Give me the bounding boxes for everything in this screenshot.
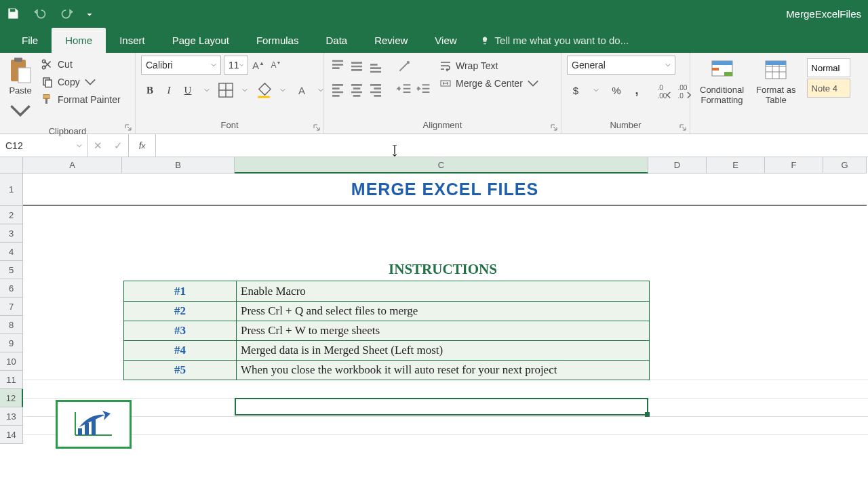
increase-indent-button[interactable]: [415, 81, 431, 98]
font-size-value: 11: [229, 60, 239, 70]
fill-color-dropdown[interactable]: [274, 81, 292, 99]
row-header-11[interactable]: 11: [0, 371, 23, 389]
select-all-corner[interactable]: [0, 157, 23, 174]
active-cell-selection[interactable]: [235, 398, 648, 415]
percent-format-button[interactable]: %: [608, 81, 625, 99]
decrease-font-button[interactable]: A▼: [269, 56, 283, 75]
logo-image: [56, 400, 132, 449]
decrease-indent-button[interactable]: [396, 81, 412, 98]
align-left-button[interactable]: [330, 81, 346, 98]
tab-insert[interactable]: Insert: [106, 28, 159, 53]
row-header-1[interactable]: 1: [0, 174, 23, 206]
underline-dropdown[interactable]: [198, 81, 216, 99]
col-header-e[interactable]: E: [707, 157, 765, 174]
ribbon: Paste Cut Copy Format Painter Cli: [0, 53, 868, 134]
copy-button[interactable]: Copy: [39, 75, 123, 89]
row-header-13[interactable]: 13: [0, 407, 23, 426]
increase-font-button[interactable]: A▲: [251, 56, 266, 75]
table-row[interactable]: #5 When you close the workbook it will a…: [124, 360, 649, 380]
col-header-b[interactable]: B: [122, 157, 235, 174]
sheet-area[interactable]: MERGE EXCEL FILES INSTRUCTIONS #1 Enable…: [23, 174, 868, 444]
tell-me-search[interactable]: Tell me what you want to do...: [471, 28, 639, 53]
accounting-format-button[interactable]: $: [567, 81, 585, 99]
row-header-10[interactable]: 10: [0, 352, 23, 371]
qat-customize-dropdown[interactable]: [85, 5, 94, 22]
font-color-button[interactable]: A: [293, 81, 311, 99]
number-format-combo[interactable]: General: [567, 56, 675, 75]
col-header-d[interactable]: D: [648, 157, 707, 174]
table-row[interactable]: #3 Press Crl + W to merge sheets: [124, 321, 649, 340]
row-header-4[interactable]: 4: [0, 243, 23, 261]
copy-icon: [41, 76, 54, 88]
font-name-combo[interactable]: Calibri: [141, 56, 221, 75]
row-header-3[interactable]: 3: [0, 224, 23, 243]
tab-home[interactable]: Home: [52, 28, 106, 53]
increase-decimal-button[interactable]: .0.00: [656, 81, 674, 99]
col-header-a[interactable]: A: [23, 157, 122, 174]
italic-button[interactable]: I: [160, 81, 178, 99]
row-header-5[interactable]: 5: [0, 261, 23, 279]
merge-center-label: Merge & Center: [456, 78, 523, 89]
scissors-icon: [41, 58, 54, 70]
save-button[interactable]: [4, 5, 22, 22]
col-header-f[interactable]: F: [765, 157, 823, 174]
bold-button[interactable]: B: [141, 81, 159, 99]
row-header-2[interactable]: 2: [0, 206, 23, 224]
orientation-button[interactable]: [396, 58, 412, 75]
row-header-7[interactable]: 7: [0, 298, 23, 316]
number-dialog-launcher[interactable]: [679, 122, 687, 130]
redo-button[interactable]: [58, 5, 76, 22]
row-header-8[interactable]: 8: [0, 316, 23, 334]
clipboard-dialog-launcher[interactable]: [124, 122, 132, 130]
fill-handle[interactable]: [645, 412, 650, 417]
col-header-c[interactable]: C: [235, 157, 648, 174]
comma-format-button[interactable]: ,: [628, 81, 646, 99]
row-header-14[interactable]: 14: [0, 426, 23, 444]
svg-rect-20: [712, 68, 719, 70]
align-top-button[interactable]: [330, 58, 346, 75]
cut-button[interactable]: Cut: [39, 57, 123, 72]
row-header-6[interactable]: 6: [0, 279, 23, 298]
copy-label: Copy: [58, 77, 80, 87]
tab-formulas[interactable]: Formulas: [243, 28, 313, 53]
tab-file[interactable]: File: [8, 28, 52, 53]
insert-function-button[interactable]: fx: [129, 134, 156, 157]
paste-icon: [9, 57, 32, 84]
table-row[interactable]: #1 Enable Macro: [124, 281, 649, 301]
format-painter-button[interactable]: Format Painter: [39, 92, 123, 107]
fill-color-button[interactable]: [255, 81, 273, 99]
align-center-button[interactable]: [349, 81, 365, 98]
tab-data[interactable]: Data: [312, 28, 361, 53]
tab-page-layout[interactable]: Page Layout: [159, 28, 243, 53]
row-header-12[interactable]: 12: [0, 389, 23, 407]
alignment-dialog-launcher[interactable]: [550, 122, 558, 130]
paste-button[interactable]: Paste: [5, 56, 35, 124]
font-dialog-launcher[interactable]: [313, 122, 321, 130]
currency-dropdown[interactable]: [587, 81, 605, 99]
tab-review[interactable]: Review: [361, 28, 421, 53]
align-right-button[interactable]: [368, 81, 384, 98]
table-row[interactable]: #4 Merged data is in Merged Sheet (Left …: [124, 340, 649, 360]
align-middle-button[interactable]: [349, 58, 365, 75]
underline-button[interactable]: U: [179, 81, 197, 99]
cell-style-normal[interactable]: Normal: [807, 58, 850, 77]
font-size-combo[interactable]: 11: [224, 56, 248, 75]
formula-input[interactable]: [156, 134, 868, 157]
conditional-formatting-button[interactable]: Conditional Formatting: [696, 58, 748, 106]
cell-style-note4[interactable]: Note 4: [807, 79, 850, 98]
borders-button[interactable]: [217, 81, 235, 99]
col-header-g[interactable]: G: [823, 157, 867, 174]
align-bottom-button[interactable]: [368, 58, 384, 75]
merge-center-button[interactable]: Merge & Center: [439, 77, 539, 89]
conditional-formatting-label: Conditional Formatting: [700, 85, 744, 106]
borders-dropdown[interactable]: [236, 81, 254, 99]
table-row[interactable]: #2 Press Crl + Q and select files to mer…: [124, 301, 649, 321]
format-as-table-button[interactable]: Format as Table: [752, 58, 800, 106]
row-headers: 1 2 3 4 5 6 7 8 9 10 11 12 13 14: [0, 174, 23, 444]
tab-view[interactable]: View: [421, 28, 470, 53]
format-as-table-label: Format as Table: [756, 85, 796, 106]
undo-button[interactable]: [31, 5, 49, 22]
wrap-text-button[interactable]: Wrap Text: [439, 60, 539, 72]
title-bar: MergeExcelFiles: [0, 0, 868, 27]
row-header-9[interactable]: 9: [0, 334, 23, 352]
